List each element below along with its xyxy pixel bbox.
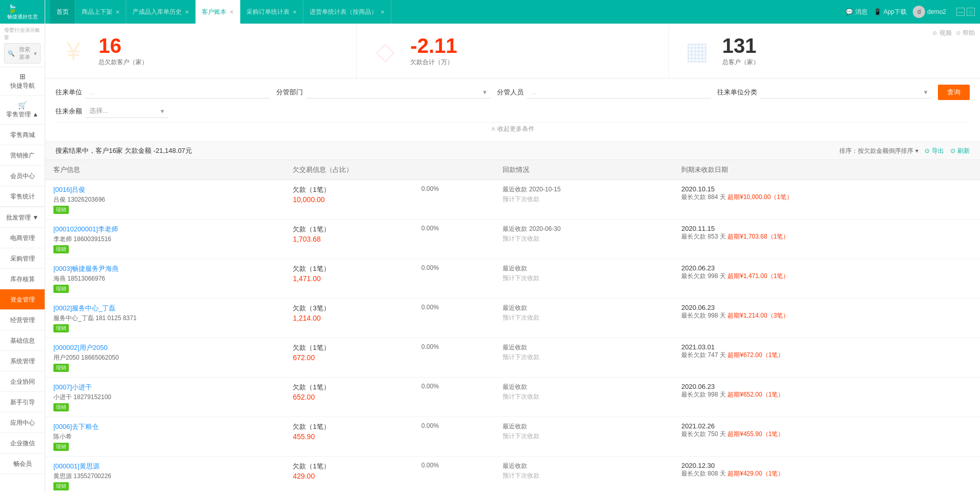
overdue-link[interactable]: 超期¥455.90（1笔） <box>727 430 784 438</box>
stat-card-actions: ⊙ 视频 ⊙ 帮助 <box>932 29 975 37</box>
overdue-info: 最长欠款 998 天 超期¥1,471.00（1笔） <box>681 272 972 281</box>
tab-customer-account-close[interactable]: ✕ <box>229 9 234 15</box>
customer-info-cell: [000002]用户2050 用户2050 18665062050 现销 <box>45 338 284 378</box>
refresh-button[interactable]: ⊙ 刷新 <box>950 147 970 155</box>
overdue-link[interactable]: 超期¥652.00（1笔） <box>727 391 784 398</box>
sidebar-item-retail-mall[interactable]: 零售商城 <box>0 125 45 145</box>
overdue-info: 最长欠款 750 天 超期¥455.90（1笔） <box>681 430 972 439</box>
due-date: 2020.12.30 <box>681 462 972 469</box>
tab-import-stats-close[interactable]: ✕ <box>380 9 385 15</box>
query-button[interactable]: 查询 <box>938 85 970 100</box>
sidebar-item-purchase[interactable]: 采购管理 <box>0 248 45 269</box>
filter-dept-select[interactable]: ▾ <box>306 86 491 98</box>
minimize-button[interactable]: — <box>956 8 965 16</box>
tab-product-history[interactable]: 产成品入库单历史 ✕ <box>126 0 196 24</box>
sidebar-item-basic-info[interactable]: 基础信息 <box>0 330 45 351</box>
overdue-link[interactable]: 超期¥429.00（1笔） <box>727 470 784 477</box>
debt-percent-cell: 0.00% <box>413 457 495 494</box>
customer-phone: 服务中心_丁磊 181 0125 8371 <box>53 314 276 323</box>
customer-info-cell: [0007]小进干 小进干 18279152100 现销 <box>45 378 284 417</box>
search-menu-button[interactable]: 🔍 搜索菜单 ▾ <box>4 43 41 64</box>
filter-balance-label: 往来余额 <box>55 107 82 116</box>
customer-name-link[interactable]: [00010200001]李老师 <box>53 225 118 233</box>
sidebar-logo: 🍃 畅捷通好生意 <box>0 0 45 24</box>
debt-info-cell: 欠款（1笔） 1,703.68 <box>284 220 413 259</box>
overdue-link[interactable]: 超期¥1,214.00（3笔） <box>727 312 789 319</box>
customer-name-link[interactable]: [000002]用户2050 <box>53 344 108 351</box>
video-action[interactable]: ⊙ 视频 <box>932 29 951 37</box>
sidebar-item-sys[interactable]: 系统管理 <box>0 351 45 371</box>
debt-amount: 455.90 <box>293 432 405 441</box>
sort-button[interactable]: 排序：按欠款金额倒序排序 ▾ <box>839 147 918 155</box>
message-action[interactable]: 💬 消息 <box>846 8 868 16</box>
customer-name-link[interactable]: [0007]小进干 <box>53 383 92 391</box>
sidebar-item-batch-mgmt[interactable]: 批发管理 ▼ <box>0 207 45 228</box>
customer-tag: 现销 <box>53 324 69 332</box>
sidebar-item-retail-stat[interactable]: 零售统计 <box>0 186 45 207</box>
customer-name-link[interactable]: [000001]黄思源 <box>53 462 100 470</box>
debt-percent-cell: 0.00% <box>413 220 495 259</box>
customer-name-link[interactable]: [0006]去下粮仓 <box>53 423 99 430</box>
debt-percent: 0.00% <box>421 383 487 390</box>
sidebar-item-app-center[interactable]: 应用中心 <box>0 412 45 433</box>
customer-phone: 黄思源 13552700226 <box>53 472 276 481</box>
overdue-link[interactable]: 超期¥672.00（1笔） <box>727 351 784 359</box>
tab-customer-account[interactable]: 客户账本 ✕ <box>196 0 240 24</box>
sidebar-item-marketing[interactable]: 营销推广 <box>0 145 45 166</box>
sidebar-item-member[interactable]: 会员中心 <box>0 166 45 186</box>
sidebar-item-enterprise-coop[interactable]: 企业协同 <box>0 371 45 392</box>
sidebar-item-ecom[interactable]: 电商管理 <box>0 228 45 248</box>
overdue-link[interactable]: 超期¥1,471.00（1笔） <box>727 272 789 280</box>
sidebar-item-enterprise-wechat[interactable]: 企业微信 <box>0 433 45 453</box>
tab-product-history-close[interactable]: ✕ <box>185 9 189 15</box>
overdue-link[interactable]: 超期¥1,703.68（1笔） <box>727 233 789 240</box>
export-button[interactable]: ⊙ 导出 <box>925 147 944 155</box>
filter-category-select[interactable]: ▾ <box>760 86 932 98</box>
user-action[interactable]: d demo2 <box>913 6 946 18</box>
filter-balance-select[interactable]: 选择... ▾ <box>85 104 168 118</box>
overdue-link[interactable]: 超期¥10,000.00（1笔） <box>727 193 793 201</box>
sidebar-item-business[interactable]: 经营管理 <box>0 310 45 330</box>
inventory-label: 库存核算 <box>3 275 42 284</box>
debt-amount: 1,214.00 <box>293 314 405 322</box>
topbar-actions: 💬 消息 📱 App下载 d demo2 — □ <box>846 6 975 18</box>
member-label: 会员中心 <box>3 172 42 181</box>
customer-name-link[interactable]: [0003]畅捷服务尹海燕 <box>53 265 119 272</box>
maximize-button[interactable]: □ <box>967 8 975 16</box>
collection-date: 最近收款 <box>503 383 665 391</box>
debt-info-cell: 欠款（1笔） 429.00 <box>284 457 413 494</box>
debt-percent: 0.00% <box>421 343 487 350</box>
customer-info-cell: [0002]服务中心_丁磊 服务中心_丁磊 181 0125 8371 现销 <box>45 299 284 338</box>
sidebar-item-newbie[interactable]: 新手引导 <box>0 392 45 412</box>
collapse-filter-button[interactable]: ∧ 收起更多条件 <box>55 122 970 135</box>
collection-date: 最近收款 <box>503 304 665 312</box>
collection-date: 最近收款 <box>503 422 665 431</box>
collection-next: 预计下次收款 <box>503 234 665 243</box>
sidebar-item-capital[interactable]: 资金管理 <box>0 289 45 310</box>
debt-amount: 10,000.00 <box>293 195 405 204</box>
customer-name-link[interactable]: [0016]吕俊 <box>53 186 85 193</box>
app-download-action[interactable]: 📱 App下载 <box>874 8 907 16</box>
tab-product-listing[interactable]: 商品上下架 ✕ <box>75 0 126 24</box>
filter-person-input[interactable]: ... <box>527 86 712 98</box>
tab-import-stats[interactable]: 进货单统计表（按商品） ✕ <box>303 0 391 24</box>
tab-purchase-order[interactable]: 采购订单统计表 ✕ <box>240 0 303 24</box>
sidebar-item-enjoy-member[interactable]: 畅会员 <box>0 453 45 474</box>
tab-home[interactable]: 首页 <box>50 0 75 24</box>
collection-date: 最近收款 <box>503 264 665 273</box>
customer-name-link[interactable]: [0002]服务中心_丁磊 <box>53 304 116 312</box>
filter-partner-unit-input[interactable]: ... <box>85 86 270 98</box>
collection-cell: 最近收款 预计下次收款 <box>494 299 673 338</box>
debt-percent: 0.00% <box>421 225 487 232</box>
tab-purchase-order-close[interactable]: ✕ <box>293 9 297 15</box>
customer-phone: 陈小希 <box>53 432 276 441</box>
stats-row: ¥ 16 总欠款客户（家） ◇ -2.11 欠款合计（万） ▦ 131 总客户（… <box>45 24 980 78</box>
sidebar-item-retail-mgmt[interactable]: 🛒 零售管理 ▲ <box>0 96 45 125</box>
help-action[interactable]: ⊙ 帮助 <box>956 29 975 37</box>
collection-cell: 最近收款 预计下次收款 <box>494 338 673 378</box>
tab-product-listing-close[interactable]: ✕ <box>116 9 120 15</box>
sidebar-item-quick-nav[interactable]: ⊞ 快捷导航 <box>0 67 45 96</box>
sidebar-item-inventory[interactable]: 库存核算 <box>0 269 45 289</box>
debt-info-cell: 欠款（1笔） 10,000.00 <box>284 180 413 220</box>
due-date: 2020.06.23 <box>681 264 972 272</box>
